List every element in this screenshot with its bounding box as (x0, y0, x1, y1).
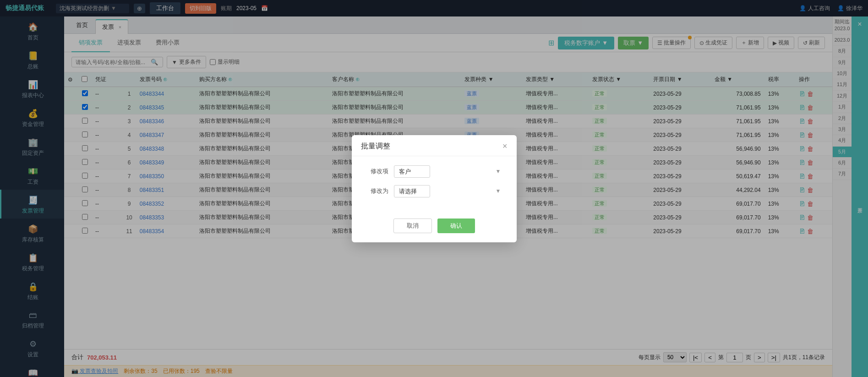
modal-overlay: 批量调整 × 修改项 客户 购买方 ▼ 修改为 请选择 (0, 0, 868, 377)
modal-confirm-btn[interactable]: 确认 (437, 219, 475, 233)
field-select-arrow: ▼ (496, 168, 501, 175)
modify-field-select[interactable]: 客户 购买方 (394, 165, 430, 178)
modal-footer: 取消 确认 (352, 214, 517, 242)
modal-body: 修改项 客户 购买方 ▼ 修改为 请选择 ▼ (352, 156, 517, 214)
modal-header: 批量调整 × (352, 135, 517, 156)
modal-close-btn[interactable]: × (502, 142, 508, 151)
modify-field-select-wrap: 客户 购买方 ▼ (394, 165, 506, 178)
modify-value-label: 修改为 (363, 187, 388, 195)
value-select-arrow: ▼ (496, 188, 501, 194)
modify-field-label: 修改项 (363, 167, 388, 175)
modify-value-select[interactable]: 请选择 (394, 185, 430, 197)
modify-field-row: 修改项 客户 购买方 ▼ (363, 165, 506, 178)
modify-value-row: 修改为 请选择 ▼ (363, 185, 506, 197)
modal-title: 批量调整 (361, 142, 390, 151)
modal-cancel-btn[interactable]: 取消 (393, 219, 432, 233)
batch-adjust-modal: 批量调整 × 修改项 客户 购买方 ▼ 修改为 请选择 (352, 135, 517, 242)
modify-value-select-wrap: 请选择 ▼ (394, 185, 506, 197)
